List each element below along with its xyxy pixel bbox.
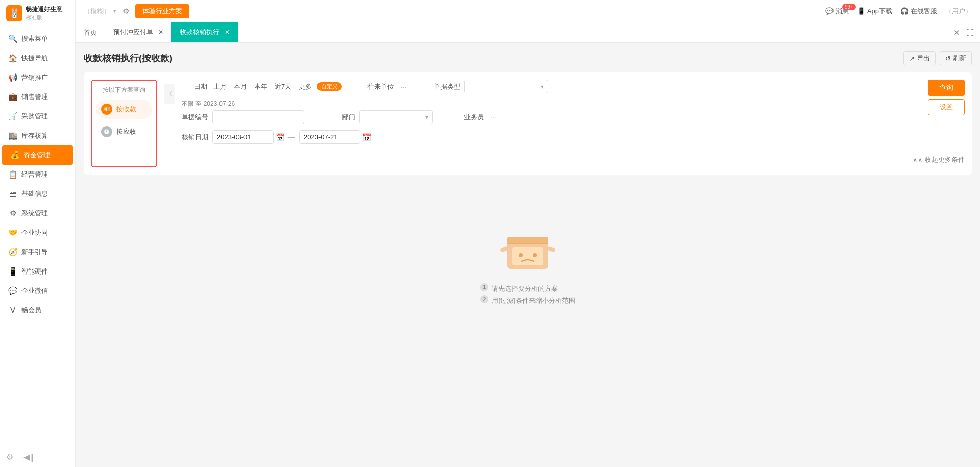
doc-type-chevron-icon[interactable]: ▾ xyxy=(536,83,548,90)
date-custom-badge[interactable]: 自定义 xyxy=(317,82,342,91)
sidebar-item-guide[interactable]: 🧭 新手引导 xyxy=(0,242,75,262)
query-button[interactable]: 查询 xyxy=(928,80,965,96)
doc-no-group: 单据编号 xyxy=(182,110,304,124)
search-icon: 🔍 xyxy=(8,34,17,43)
counterpart-dots-btn[interactable]: ··· xyxy=(398,83,408,91)
step1-text: 请先选择要分析的方案 xyxy=(492,283,558,294)
sidebar-item-wechat[interactable]: 💬 企业微信 xyxy=(0,281,75,301)
collapse-sidebar-icon[interactable]: ◀‖ xyxy=(23,452,34,462)
sidebar-item-enterprise[interactable]: 🤝 企业协同 xyxy=(0,223,75,242)
content-area: 收款核销执行(按收款) ↗ 导出 ↺ 刷新 按以下方案查询 xyxy=(76,43,980,467)
filter-option-by-receipt-label: 按收款 xyxy=(116,105,136,114)
sidebar-item-member[interactable]: Ⅴ 畅会员 xyxy=(0,301,75,320)
sidebar-item-system[interactable]: ⚙ 系统管理 xyxy=(0,204,75,223)
header-right: 💬 消息 99+ 📱 App下载 🎧 在线客服 （用户） xyxy=(825,7,972,16)
solution-button[interactable]: 体验行业方案 xyxy=(135,4,189,18)
funds-icon: 💰 xyxy=(10,151,19,160)
collapse-more-label: 收起更多条件 xyxy=(925,155,965,164)
top-header: （模糊） ▾ ⚙ 体验行业方案 💬 消息 99+ 📱 App下载 🎧 在线客服 … xyxy=(76,0,980,22)
tab-prepay-label: 预付冲应付单 xyxy=(113,28,153,37)
sidebar-item-hardware[interactable]: 📱 智能硬件 xyxy=(0,262,75,281)
sidebar-item-sales-label: 销售管理 xyxy=(21,92,48,102)
wechat-icon: 💬 xyxy=(8,286,17,296)
header-message[interactable]: 💬 消息 99+ xyxy=(825,7,849,16)
verify-date-start-calendar-icon[interactable]: 📅 xyxy=(276,133,284,141)
date-separator: — xyxy=(288,133,295,141)
date-btn-last-month[interactable]: 上月 xyxy=(211,81,229,92)
tab-actions: ✕ ⛶ xyxy=(951,22,980,42)
page-title-bar: 收款核销执行(按收款) ↗ 导出 ↺ 刷新 xyxy=(84,51,972,65)
dept-label: 部门 xyxy=(330,113,355,122)
dept-select[interactable]: ▾ xyxy=(359,110,433,124)
tab-prepay[interactable]: 预付冲应付单 ✕ xyxy=(105,22,172,42)
tab-expand-button[interactable]: ⛶ xyxy=(964,26,976,39)
header-gear-icon[interactable]: ⚙ xyxy=(122,7,129,16)
header-brand: （模糊） ▾ xyxy=(84,7,116,16)
settings-bottom-icon[interactable]: ⚙ xyxy=(6,452,13,462)
system-icon: ⚙ xyxy=(8,209,17,218)
sidebar-item-quick-nav-label: 快捷导航 xyxy=(21,54,48,63)
export-label: 导出 xyxy=(917,54,930,63)
date-btn-7days[interactable]: 近7天 xyxy=(273,81,293,92)
sidebar-item-funds[interactable]: 💰 资金管理 xyxy=(2,145,73,165)
refresh-icon: ↺ xyxy=(945,55,951,62)
settings-button[interactable]: 设置 xyxy=(928,99,965,115)
header-app-download[interactable]: 📱 App下载 xyxy=(857,7,892,16)
sidebar-item-search[interactable]: 🔍 搜索菜单 xyxy=(0,29,75,48)
date-btn-this-year[interactable]: 本年 xyxy=(252,81,270,92)
filter-option-by-receivable[interactable]: 🕐 按应收 xyxy=(96,122,152,141)
empty-state: 1 请先选择要分析的方案 2 用[过滤]条件来缩小分析范围 xyxy=(84,175,972,348)
logo-badge: 标准版 xyxy=(26,14,62,21)
dept-input[interactable] xyxy=(360,111,421,124)
search-panel: 按以下方案查询 💴 按收款 🕐 按应收 《 xyxy=(84,72,972,175)
sidebar-item-ops[interactable]: 📋 经营管理 xyxy=(0,165,75,184)
tab-bar: 首页 预付冲应付单 ✕ 收款核销执行 ✕ ✕ ⛶ xyxy=(76,22,980,43)
export-button[interactable]: ↗ 导出 xyxy=(903,51,936,65)
sidebar-item-purchase[interactable]: 🛒 采购管理 xyxy=(0,107,75,126)
sidebar-item-ops-label: 经营管理 xyxy=(21,170,48,179)
doc-no-input[interactable] xyxy=(212,110,304,124)
sidebar-item-sales[interactable]: 💼 销售管理 xyxy=(0,87,75,107)
filter-option-by-receipt[interactable]: 💴 按收款 xyxy=(96,100,152,119)
filter-option-by-receivable-label: 按应收 xyxy=(116,127,136,136)
doc-type-select[interactable]: ▾ xyxy=(464,80,548,93)
date-group: 日期 上月 本月 本年 近7天 更多 自定义 xyxy=(182,81,342,92)
sidebar-item-inventory[interactable]: 🏬 库存核算 xyxy=(0,126,75,145)
tab-receipts[interactable]: 收款核销执行 ✕ xyxy=(172,22,238,42)
verify-date-start-input[interactable] xyxy=(212,130,274,144)
header-service[interactable]: 🎧 在线客服 xyxy=(900,7,937,16)
main-area: （模糊） ▾ ⚙ 体验行业方案 💬 消息 99+ 📱 App下载 🎧 在线客服 … xyxy=(76,0,980,467)
staff-dots-btn[interactable]: ··· xyxy=(488,113,498,121)
brand-chevron-icon[interactable]: ▾ xyxy=(113,8,116,14)
verify-date-end-calendar-icon[interactable]: 📅 xyxy=(362,133,371,141)
step2-num: 2 xyxy=(480,295,488,303)
tab-home[interactable]: 首页 xyxy=(76,22,105,42)
tab-prepay-close-icon[interactable]: ✕ xyxy=(158,29,163,36)
refresh-button[interactable]: ↺ 刷新 xyxy=(940,51,972,65)
sidebar-item-basic-info[interactable]: 🗃 基础信息 xyxy=(0,184,75,204)
date-btn-this-month[interactable]: 本月 xyxy=(232,81,249,92)
header-user[interactable]: （用户） xyxy=(945,7,972,16)
doc-type-input[interactable] xyxy=(465,80,536,93)
filter-collapse-button[interactable]: 《 xyxy=(164,84,175,104)
sidebar: 🐰 畅捷通好生意 标准版 🔍 搜索菜单 🏠 快捷导航 📢 营销推广 💼 销售管理… xyxy=(0,0,76,467)
tab-close-button[interactable]: ✕ xyxy=(951,26,962,39)
date-no-limit-text: 不限 至 2023-07-26 xyxy=(182,100,920,108)
sidebar-item-quick-nav[interactable]: 🏠 快捷导航 xyxy=(0,48,75,68)
sidebar-item-funds-label: 资金管理 xyxy=(23,151,50,160)
by-receivable-icon: 🕐 xyxy=(101,126,112,137)
app-icon: 📱 xyxy=(857,7,865,15)
svg-point-4 xyxy=(519,253,523,257)
page-wrapper: 收款核销执行(按收款) ↗ 导出 ↺ 刷新 按以下方案查询 xyxy=(76,43,980,356)
verify-date-end-input[interactable] xyxy=(299,130,360,144)
date-btn-more[interactable]: 更多 xyxy=(297,81,314,92)
svg-rect-3 xyxy=(512,247,543,265)
sidebar-item-marketing[interactable]: 📢 营销推广 xyxy=(0,68,75,87)
dept-chevron-icon[interactable]: ▾ xyxy=(421,114,432,121)
search-form: 日期 上月 本月 本年 近7天 更多 自定义 xyxy=(182,80,965,167)
sidebar-bottom: ⚙ ◀‖ xyxy=(0,447,75,467)
tab-receipts-close-icon[interactable]: ✕ xyxy=(225,29,230,36)
sidebar-item-system-label: 系统管理 xyxy=(21,209,48,218)
staff-group: 业务员 ··· xyxy=(458,113,498,122)
collapse-more-button[interactable]: ∧∧ 收起更多条件 xyxy=(182,152,965,167)
